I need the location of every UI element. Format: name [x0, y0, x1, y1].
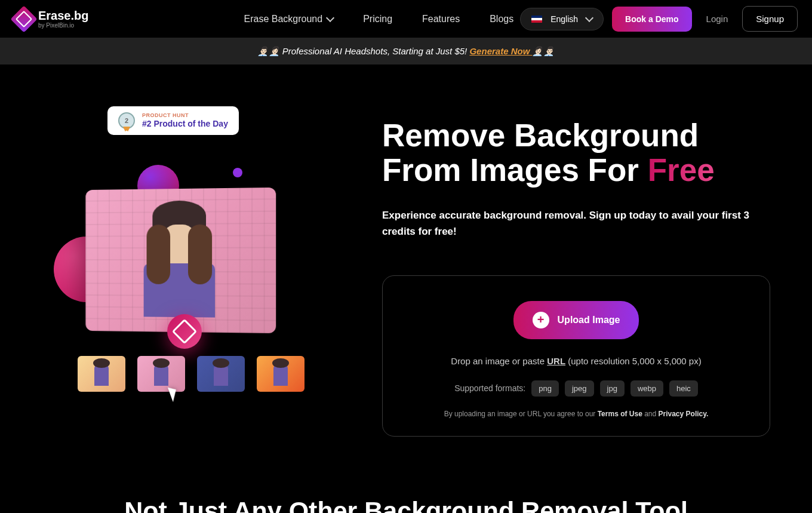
drop-suffix: (upto resolution 5,000 x 5,000 px): [565, 356, 702, 366]
terms-link[interactable]: Terms of Use: [598, 410, 642, 418]
generate-now-link[interactable]: Generate Now: [469, 46, 532, 56]
chevron-down-icon: [326, 13, 334, 21]
promo-emoji-right: 👩🏻‍💼👨🏻‍💼: [532, 46, 555, 56]
promo-emoji-left: 👨🏻‍💼👩🏻‍💼: [257, 46, 280, 56]
format-chip: jpg: [600, 380, 625, 397]
format-chip: png: [531, 380, 559, 397]
hero-section: 2 PRODUCT HUNT #2 Product of the Day: [0, 64, 812, 449]
person-illustration: [135, 200, 224, 321]
product-hunt-badge[interactable]: 2 PRODUCT HUNT #2 Product of the Day: [107, 106, 239, 135]
logo-text: Erase.bg by PixelBin.io: [38, 9, 88, 29]
hero-content: Remove Background From Images For Free E…: [382, 106, 770, 437]
formats-label: Supported formats:: [454, 383, 525, 393]
hero-title: Remove Background From Images For Free: [382, 118, 770, 188]
language-label: English: [550, 14, 578, 24]
thumbnail[interactable]: [78, 356, 125, 392]
logo-sub-text: by PixelBin.io: [38, 22, 88, 29]
flag-icon: [531, 16, 542, 23]
main-nav: Erase Background Pricing Features Blogs: [244, 14, 513, 24]
drop-text: Drop an image or paste URL (upto resolut…: [401, 356, 752, 366]
decoration-blob: [233, 168, 242, 177]
header: Erase.bg by PixelBin.io Erase Background…: [0, 0, 812, 38]
logo[interactable]: Erase.bg by PixelBin.io: [14, 9, 88, 29]
promo-bar: 👨🏻‍💼👩🏻‍💼 Professional AI Headshots, Star…: [0, 38, 812, 64]
legal-and: and: [642, 410, 659, 418]
logo-icon: [10, 5, 37, 32]
header-right: English Book a Demo Login Signup: [520, 6, 798, 32]
nav-erase-background[interactable]: Erase Background: [244, 14, 333, 24]
book-demo-button[interactable]: Book a Demo: [612, 7, 691, 32]
formats-row: Supported formats: png jpeg jpg webp hei…: [401, 380, 752, 397]
title-line2a: From Images For: [382, 152, 648, 188]
nav-blogs[interactable]: Blogs: [490, 14, 513, 24]
ph-title: #2 Product of the Day: [142, 119, 228, 129]
upload-label: Upload Image: [558, 315, 620, 325]
nav-erase-label: Erase Background: [244, 14, 322, 24]
chevron-down-icon: [585, 13, 593, 21]
legal-text: By uploading an image or URL you agree t…: [401, 410, 752, 418]
signup-button[interactable]: Signup: [742, 6, 798, 32]
nav-features[interactable]: Features: [422, 14, 460, 24]
thumbnail[interactable]: [197, 356, 245, 392]
format-chip: heic: [669, 380, 698, 397]
hero-showcase: 2 PRODUCT HUNT #2 Product of the Day: [42, 106, 340, 416]
plus-icon: +: [533, 312, 549, 328]
language-selector[interactable]: English: [520, 8, 604, 30]
medal-icon: 2: [118, 112, 135, 129]
showcase-graphic: [42, 141, 340, 416]
thumbnail[interactable]: [137, 356, 185, 392]
ph-text: PRODUCT HUNT #2 Product of the Day: [142, 112, 228, 129]
login-link[interactable]: Login: [700, 14, 734, 24]
thumbnail[interactable]: [257, 356, 304, 392]
upload-card: + Upload Image Drop an image or paste UR…: [382, 275, 770, 437]
title-line1: Remove Background: [382, 118, 699, 153]
showcase-main-image: [85, 188, 276, 333]
legal-prefix: By uploading an image or URL you agree t…: [444, 410, 598, 418]
upload-image-button[interactable]: + Upload Image: [513, 301, 639, 339]
logo-main-text: Erase.bg: [38, 9, 88, 22]
format-chip: webp: [630, 380, 663, 397]
privacy-link[interactable]: Privacy Policy.: [659, 410, 709, 418]
promo-text: Professional AI Headshots, Starting at J…: [282, 46, 470, 56]
hero-subtitle: Experience accurate background removal. …: [382, 207, 770, 239]
title-free: Free: [648, 152, 715, 188]
section-2-title: Not Just Any Other Background Removal To…: [0, 496, 812, 513]
thumbnail-row: [78, 356, 304, 392]
format-chip: jpeg: [565, 380, 594, 397]
nav-pricing[interactable]: Pricing: [363, 14, 392, 24]
drop-prefix: Drop an image or paste: [451, 356, 547, 366]
ph-label: PRODUCT HUNT: [142, 112, 228, 119]
url-link[interactable]: URL: [547, 356, 565, 366]
brand-overlay-icon: [167, 314, 202, 349]
